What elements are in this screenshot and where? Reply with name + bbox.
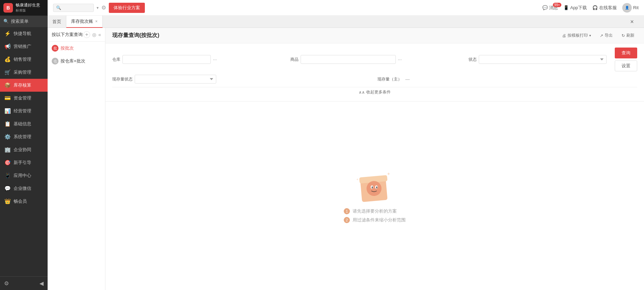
- add-scheme-icon[interactable]: +: [83, 31, 90, 38]
- scheme-by-warehouse-batch-label: 按仓库+批次: [61, 58, 85, 64]
- left-panel-actions: + ◎ «: [83, 31, 101, 38]
- user-avatar-button[interactable]: 👤 Rit: [622, 3, 639, 13]
- svg-point-5: [372, 186, 373, 188]
- tab-batch-account-label: 库存批次账: [71, 18, 93, 24]
- export-button[interactable]: ↗ 导出: [597, 31, 615, 40]
- filter-inventory-status: 现存量状态: [112, 75, 372, 84]
- tab-batch-account-close-icon[interactable]: ×: [95, 19, 98, 24]
- topbar-search-box[interactable]: 🔍: [53, 4, 94, 12]
- scheme-by-batch-label: 按批次: [61, 45, 74, 51]
- svg-text:✦: ✦: [387, 171, 391, 177]
- purchase-label: 采购管理: [14, 69, 31, 75]
- search-icon: 🔍: [3, 19, 9, 24]
- message-badge: 99+: [553, 3, 561, 7]
- online-service-button[interactable]: 🎧 在线客服: [592, 5, 617, 11]
- tab-panel-close-icon[interactable]: ×: [630, 18, 634, 25]
- topbar-right: 💬 消息 99+ 📱 App下载 🎧 在线客服 👤 Rit: [542, 3, 639, 13]
- scheme-by-batch-icon: 批: [52, 45, 58, 52]
- print-template-button[interactable]: 🖨 按模板打印 ▾: [559, 31, 594, 40]
- system-label: 系统管理: [14, 134, 31, 140]
- sidebar-item-purchase[interactable]: 🛒 采购管理: [0, 66, 48, 79]
- finance-icon: 💳: [4, 95, 11, 101]
- page-content: 按以下方案查询 + ◎ « 批 按批次 仓 按仓库+批次 现存量查询(按批次): [48, 28, 644, 290]
- message-icon: 💬: [542, 5, 548, 10]
- settings-footer-icon[interactable]: ⚙: [4, 280, 9, 287]
- print-icon: 🖨: [562, 33, 566, 38]
- empty-hint-1: 1 请先选择要分析的方案: [344, 208, 406, 214]
- refresh-button[interactable]: ↻ 刷新: [619, 31, 637, 40]
- collapse-left-panel-icon[interactable]: «: [98, 32, 101, 37]
- status-filter-label: 状态: [469, 57, 477, 62]
- app-download-label: App下载: [570, 5, 587, 11]
- refresh-icon: ↻: [622, 33, 625, 38]
- collapse-sidebar-icon[interactable]: ◀: [39, 280, 44, 287]
- sidebar-item-inventory[interactable]: 📦 库存核算: [0, 79, 48, 92]
- sidebar: B 畅康通好生意 标准版 🔍 搜索菜单 ⚡ 快捷导航 📢 营销推广 💰 销售管理…: [0, 0, 48, 290]
- tab-home[interactable]: 首页: [48, 16, 66, 28]
- app-logo: B: [3, 3, 13, 13]
- sidebar-item-basic[interactable]: 📋 基础信息: [0, 117, 48, 130]
- user-name: Rit: [633, 5, 639, 10]
- sidebar-item-operations[interactable]: 📊 经营管理: [0, 105, 48, 117]
- collapse-more-conditions-button[interactable]: ∧∧ 收起更多条件: [112, 87, 637, 97]
- sidebar-item-quick-nav[interactable]: ⚡ 快捷导航: [0, 27, 48, 40]
- quick-nav-label: 快捷导航: [14, 31, 31, 37]
- inventory-label: 库存核算: [14, 82, 31, 88]
- hint-2-num: 2: [344, 217, 350, 223]
- experience-btn[interactable]: 体验行业方案: [109, 3, 145, 13]
- svg-point-6: [376, 186, 377, 188]
- sidebar-item-guide[interactable]: 🎯 新手引导: [0, 156, 48, 169]
- app-download-button[interactable]: 📱 App下载: [563, 5, 587, 11]
- sidebar-item-member[interactable]: 👑 畅会员: [0, 195, 48, 208]
- sidebar-item-wechat[interactable]: 💬 企业微信: [0, 182, 48, 195]
- company-name: 畅康通好生意: [16, 3, 40, 8]
- sidebar-item-system[interactable]: ⚙️ 系统管理: [0, 130, 48, 143]
- scheme-item-by-warehouse-batch[interactable]: 仓 按仓库+批次: [48, 55, 105, 68]
- operations-label: 经营管理: [14, 108, 31, 114]
- topbar-chevron-down-icon[interactable]: ▾: [97, 5, 99, 10]
- empty-hints: 1 请先选择要分析的方案 2 用过滤条件来缩小分析范围: [344, 208, 406, 223]
- app-edition: 标准版: [16, 8, 40, 13]
- filter-row-2: 现存量状态 现存量（主） —: [112, 75, 637, 84]
- avatar-text: 👤: [625, 6, 629, 10]
- member-icon: 👑: [4, 198, 11, 204]
- app-center-icon: 📱: [4, 173, 11, 179]
- wechat-icon: 💬: [4, 185, 11, 192]
- topbar-gear-icon[interactable]: ⚙: [101, 4, 106, 11]
- sidebar-item-enterprise[interactable]: 🏢 企业协同: [0, 143, 48, 156]
- main-area: 🔍 ▾ ⚙ 体验行业方案 💬 消息 99+ 📱 App下载 🎧 在线客服: [48, 0, 644, 290]
- status-filter-select[interactable]: [479, 55, 607, 64]
- message-button[interactable]: 💬 消息 99+: [542, 5, 558, 11]
- settings-button[interactable]: 设置: [615, 60, 637, 71]
- topbar-left: 🔍 ▾ ⚙ 体验行业方案: [53, 3, 540, 13]
- company-info: 畅康通好生意 标准版: [16, 3, 40, 13]
- hint-1-num: 1: [344, 208, 350, 214]
- inventory-qty-dash: —: [404, 77, 411, 82]
- left-panel-title: 按以下方案查询: [52, 32, 83, 38]
- sidebar-item-finance[interactable]: 💳 资金管理: [0, 92, 48, 105]
- tabbar: 首页 库存批次账 × ×: [48, 16, 644, 28]
- query-button[interactable]: 查询: [615, 48, 637, 58]
- warehouse-more-icon[interactable]: ···: [213, 57, 217, 62]
- sidebar-header: B 畅康通好生意 标准版: [0, 0, 48, 16]
- inventory-status-select[interactable]: [135, 75, 216, 84]
- warehouse-filter-input[interactable]: [122, 55, 211, 64]
- page-title: 现存量查询(按批次): [112, 32, 159, 39]
- search-menu-button[interactable]: 🔍 搜索菜单: [0, 16, 48, 27]
- scheme-item-by-batch[interactable]: 批 按批次: [48, 42, 105, 55]
- sidebar-item-sales[interactable]: 💰 销售管理: [0, 53, 48, 66]
- sidebar-item-app-center[interactable]: 📱 应用中心: [0, 169, 48, 182]
- tab-batch-account[interactable]: 库存批次账 ×: [66, 16, 103, 28]
- sidebar-item-marketing[interactable]: 📢 营销推广: [0, 40, 48, 53]
- sales-icon: 💰: [4, 56, 11, 62]
- right-panel: 现存量查询(按批次) 🖨 按模板打印 ▾ ↗ 导出 ↻ 刷新: [105, 28, 644, 290]
- scheme-settings-icon[interactable]: ◎: [92, 32, 96, 37]
- online-service-label: 在线客服: [599, 5, 617, 11]
- headset-icon: 🎧: [592, 5, 598, 10]
- sidebar-footer: ⚙ ◀: [0, 276, 48, 290]
- product-filter-input[interactable]: [301, 55, 396, 64]
- filter-inventory-qty: 现存量（主） —: [377, 76, 637, 82]
- empty-hint-2: 2 用过滤条件来缩小分析范围: [344, 217, 406, 223]
- purchase-icon: 🛒: [4, 69, 11, 75]
- product-more-icon[interactable]: ···: [398, 57, 402, 62]
